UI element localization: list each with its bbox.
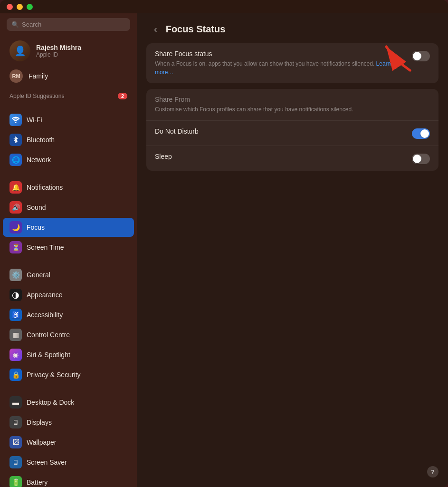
share-from-header-row: Share From Customise which Focus profile… <box>146 89 438 121</box>
wallpaper-label: Wallpaper <box>27 438 57 446</box>
wifi-label: Wi-Fi <box>27 116 42 124</box>
sound-label: Sound <box>27 204 46 211</box>
close-button[interactable] <box>7 4 13 10</box>
sidebar-item-bluetooth[interactable]: Bluetooth <box>3 130 134 149</box>
sidebar-item-screensaver[interactable]: 🖥 Screen Saver <box>3 453 134 472</box>
privacy-icon: 🔒 <box>10 369 22 381</box>
notifications-icon: 🔔 <box>10 181 22 194</box>
general-label: General <box>27 271 50 279</box>
sidebar-item-wallpaper[interactable]: 🖼 Wallpaper <box>3 433 134 452</box>
user-subtitle: Apple ID <box>36 51 81 58</box>
user-profile[interactable]: 👤 Rajesh Mishra Apple ID <box>3 37 134 64</box>
sleep-toggle-knob <box>413 155 421 163</box>
minimize-button[interactable] <box>17 4 23 10</box>
appearance-icon: ◑ <box>10 289 22 301</box>
sidebar-item-sound[interactable]: 🔊 Sound <box>3 198 134 217</box>
sleep-row: Sleep <box>146 146 438 171</box>
sidebar-item-wifi[interactable]: Wi-Fi <box>3 110 134 129</box>
help-button[interactable]: ? <box>427 466 438 477</box>
share-focus-status-desc: When a Focus is on, apps that you allow … <box>155 59 402 77</box>
sidebar-item-displays[interactable]: 🖥 Displays <box>3 413 134 432</box>
sleep-label: Sleep <box>155 153 404 160</box>
sidebar-item-privacy[interactable]: 🔒 Privacy & Security <box>3 365 134 384</box>
sidebar-item-family[interactable]: RM Family <box>3 66 134 86</box>
sidebar-item-accessibility[interactable]: ♿ Accessibility <box>3 305 134 324</box>
back-button[interactable]: ‹ <box>151 23 160 36</box>
share-focus-status-content: Share Focus status When a Focus is on, a… <box>155 50 404 77</box>
sidebar-item-focus[interactable]: 🌙 Focus <box>3 218 134 237</box>
sidebar-item-screentime[interactable]: ⏳ Screen Time <box>3 238 134 257</box>
do-not-disturb-toggle-knob <box>420 129 429 138</box>
do-not-disturb-content: Do Not Disturb <box>155 127 404 137</box>
maximize-button[interactable] <box>27 4 33 10</box>
bluetooth-icon <box>10 134 22 146</box>
sidebar-item-notifications[interactable]: 🔔 Notifications <box>3 178 134 197</box>
wifi-icon <box>10 114 22 126</box>
sidebar-item-network[interactable]: 🌐 Network <box>3 150 134 169</box>
do-not-disturb-label: Do Not Disturb <box>155 127 404 135</box>
page-title: Focus Status <box>166 24 226 35</box>
network-icon: 🌐 <box>10 154 22 166</box>
displays-icon: 🖥 <box>10 416 22 429</box>
privacy-label: Privacy & Security <box>27 371 81 379</box>
accessibility-label: Accessibility <box>27 311 63 319</box>
siri-icon: ◉ <box>10 349 22 361</box>
user-info: Rajesh Mishra Apple ID <box>36 44 81 58</box>
sidebar-item-battery[interactable]: 🔋 Battery <box>3 473 134 487</box>
detail-header: ‹ Focus Status <box>137 13 448 43</box>
suggestions-section: Apple ID Suggestions 2 <box>3 88 134 102</box>
traffic-lights <box>7 4 33 10</box>
search-input[interactable] <box>22 21 125 28</box>
search-icon: 🔍 <box>11 21 19 28</box>
share-focus-status-card: Share Focus status When a Focus is on, a… <box>146 43 438 83</box>
sleep-toggle[interactable] <box>412 154 430 164</box>
family-avatar: RM <box>10 69 23 83</box>
screensaver-label: Screen Saver <box>27 458 67 466</box>
displays-label: Displays <box>27 419 52 426</box>
screentime-label: Screen Time <box>27 244 64 251</box>
focus-label: Focus <box>27 224 45 231</box>
main-content: 🔍 👤 Rajesh Mishra Apple ID RM Family <box>0 13 448 487</box>
share-focus-status-toggle[interactable] <box>412 51 430 61</box>
titlebar <box>0 0 448 13</box>
share-from-content: Share From Customise which Focus profile… <box>155 96 430 114</box>
battery-icon: 🔋 <box>10 476 22 487</box>
share-focus-status-row: Share Focus status When a Focus is on, a… <box>146 43 438 83</box>
avatar: 👤 <box>10 40 30 61</box>
bluetooth-label: Bluetooth <box>27 136 55 144</box>
sidebar-item-appearance[interactable]: ◑ Appearance <box>3 285 134 304</box>
share-focus-description-text: When a Focus is on, apps that you allow … <box>155 60 374 67</box>
general-icon: ⚙️ <box>10 269 22 281</box>
controlcentre-label: Control Centre <box>27 331 70 339</box>
wallpaper-icon: 🖼 <box>10 436 22 448</box>
sleep-content: Sleep <box>155 153 404 162</box>
sidebar-item-general[interactable]: ⚙️ General <box>3 265 134 284</box>
sidebar-item-controlcentre[interactable]: ▦ Control Centre <box>3 325 134 344</box>
search-bar[interactable]: 🔍 <box>7 18 130 31</box>
controlcentre-icon: ▦ <box>10 329 22 341</box>
sidebar-item-desktop[interactable]: ▬ Desktop & Dock <box>3 393 134 412</box>
user-name: Rajesh Mishra <box>36 44 81 51</box>
sidebar: 🔍 👤 Rajesh Mishra Apple ID RM Family <box>0 13 137 487</box>
notifications-label: Notifications <box>27 184 63 191</box>
share-focus-status-title: Share Focus status <box>155 50 404 58</box>
desktop-icon: ▬ <box>10 396 22 409</box>
toggle-knob <box>413 52 421 60</box>
screentime-icon: ⏳ <box>10 241 22 253</box>
sound-icon: 🔊 <box>10 201 22 214</box>
focus-icon: 🌙 <box>10 221 22 234</box>
main-window: 🔍 👤 Rajesh Mishra Apple ID RM Family <box>0 0 448 487</box>
siri-label: Siri & Spotlight <box>27 351 70 359</box>
detail-panel: ‹ Focus Status Share Focus status When a… <box>137 13 448 487</box>
share-from-title: Share From <box>155 96 430 103</box>
suggestions-label: Apple ID Suggestions <box>10 93 64 99</box>
desktop-label: Desktop & Dock <box>27 399 74 406</box>
avatar-image: 👤 <box>10 40 30 61</box>
sidebar-item-siri[interactable]: ◉ Siri & Spotlight <box>3 345 134 364</box>
accessibility-icon: ♿ <box>10 309 22 321</box>
appearance-label: Appearance <box>27 291 63 299</box>
suggestions-badge: 2 <box>118 93 127 99</box>
do-not-disturb-toggle[interactable] <box>412 128 430 139</box>
network-label: Network <box>27 156 51 164</box>
share-from-desc: Customise which Focus profiles can share… <box>155 105 402 114</box>
